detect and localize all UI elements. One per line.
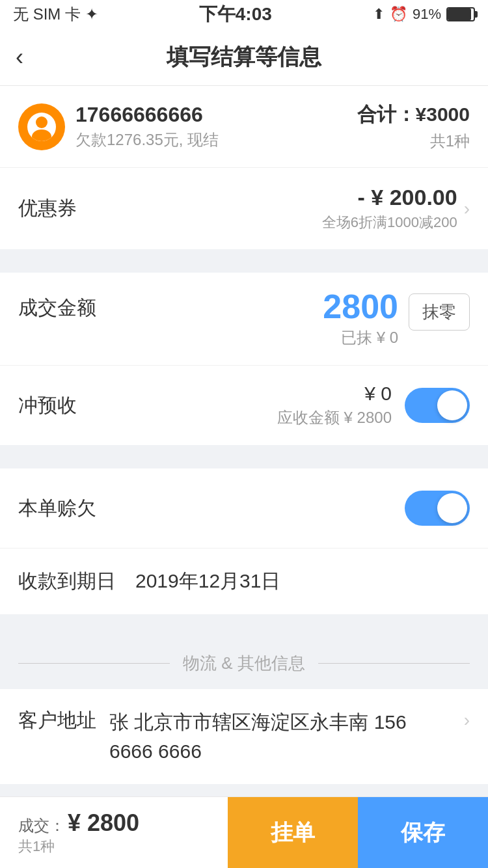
- status-bar: 无 SIM 卡 ✦ 下午4:03 ⬆ ⏰ 91%: [0, 0, 488, 29]
- customer-phone: 17666666666: [75, 103, 219, 127]
- address-row[interactable]: 客户地址 张 北京市市辖区海淀区永丰南 156 6666 6666 ›: [0, 689, 488, 784]
- location-icon: ⬆: [373, 6, 385, 23]
- coupon-label: 优惠券: [18, 195, 77, 222]
- customer-right: 合计：¥3000 共1种: [357, 102, 470, 152]
- status-left: 无 SIM 卡 ✦: [13, 4, 98, 25]
- status-right: ⬆ ⏰ 91%: [373, 6, 475, 23]
- alarm-icon: ⏰: [390, 6, 407, 23]
- sim-status: 无 SIM 卡 ✦: [13, 4, 98, 25]
- main-content: 17666666666 欠款1276.35元, 现结 合计：¥3000 共1种 …: [0, 86, 488, 868]
- divider-1: [0, 260, 488, 273]
- back-button[interactable]: ‹: [16, 44, 23, 71]
- logistics-header-text: 物流 & 其他信息: [183, 652, 305, 675]
- prepay-row: 冲预收 ¥ 0 应收金额 ¥ 2800: [0, 366, 488, 445]
- amount-row: 成交金额 2800 已抹 ¥ 0 抹零: [0, 273, 488, 366]
- logistics-header: 物流 & 其他信息: [0, 638, 488, 689]
- address-label: 客户地址: [18, 707, 96, 734]
- nav-bar: ‹ 填写结算等信息: [0, 29, 488, 86]
- amount-right: 2800 已抹 ¥ 0 抹零: [323, 290, 470, 348]
- customer-info: 17666666666 欠款1276.35元, 现结: [75, 103, 219, 150]
- coupon-chevron-icon: ›: [464, 198, 470, 219]
- header-line-right: [318, 663, 470, 664]
- coupon-desc: 全场6折满1000减200: [322, 213, 457, 232]
- duedate-value: 2019年12月31日: [135, 568, 280, 595]
- writeoff-section: 本单赊欠 收款到期日 2019年12月31日: [0, 468, 488, 614]
- round-button[interactable]: 抹零: [409, 293, 470, 331]
- amount-label: 成交金额: [18, 290, 96, 321]
- prepay-sub-value: 应收金额 ¥ 2800: [277, 407, 392, 428]
- amount-main-value: 2800: [323, 290, 398, 323]
- writeoff-row: 本单赊欠: [0, 468, 488, 549]
- battery-fill: [448, 8, 471, 20]
- bottom-amount: ¥ 2800: [68, 809, 139, 837]
- header-line-left: [18, 663, 170, 664]
- total-amount: 合计：¥3000: [357, 102, 470, 128]
- total-count: 共1种: [357, 131, 470, 152]
- customer-sub: 欠款1276.35元, 现结: [75, 129, 219, 150]
- status-time: 下午4:03: [199, 2, 272, 27]
- prepay-amount-value: ¥ 0: [277, 383, 392, 405]
- address-value: 张 北京市市辖区海淀区永丰南 156 6666 6666: [109, 707, 451, 766]
- coupon-info: - ¥ 200.00 全场6折满1000减200: [322, 185, 457, 232]
- save-button[interactable]: 保存: [358, 797, 488, 869]
- amount-sub-value: 已抹 ¥ 0: [323, 327, 398, 348]
- divider-3: [0, 625, 488, 638]
- customer-row: 17666666666 欠款1276.35元, 现结 合计：¥3000 共1种: [0, 86, 488, 168]
- bottom-bar: 成交： ¥ 2800 共1种 挂单 保存: [0, 796, 488, 868]
- duedate-row: 收款到期日 2019年12月31日: [0, 549, 488, 614]
- writeoff-toggle[interactable]: [405, 491, 470, 526]
- writeoff-toggle-knob: [437, 493, 467, 523]
- prepay-toggle[interactable]: [405, 388, 470, 423]
- divider-2: [0, 455, 488, 468]
- avatar-icon: [27, 113, 56, 141]
- address-section: 客户地址 张 北京市市辖区海淀区永丰南 156 6666 6666 ›: [0, 689, 488, 784]
- duedate-label: 收款到期日: [18, 568, 116, 595]
- avatar: [18, 103, 65, 150]
- writeoff-label: 本单赊欠: [18, 495, 96, 522]
- customer-left: 17666666666 欠款1276.35元, 现结: [18, 103, 219, 150]
- bottom-summary: 成交： ¥ 2800 共1种: [0, 809, 228, 856]
- customer-section: 17666666666 欠款1276.35元, 现结 合计：¥3000 共1种 …: [0, 86, 488, 249]
- coupon-row[interactable]: 优惠券 - ¥ 200.00 全场6折满1000减200 ›: [0, 168, 488, 249]
- battery-icon: [446, 7, 475, 21]
- coupon-right: - ¥ 200.00 全场6折满1000减200 ›: [322, 185, 470, 232]
- bottom-summary-label: 成交：: [18, 815, 65, 836]
- hang-button[interactable]: 挂单: [228, 797, 358, 869]
- toggle-knob: [437, 390, 467, 420]
- battery-percent: 91%: [413, 6, 441, 23]
- address-chevron-icon: ›: [464, 707, 470, 731]
- amount-value-block: 2800 已抹 ¥ 0: [323, 290, 398, 348]
- prepay-info: ¥ 0 应收金额 ¥ 2800: [277, 383, 392, 428]
- bottom-count: 共1种: [18, 837, 210, 856]
- amount-section: 成交金额 2800 已抹 ¥ 0 抹零 冲预收 ¥ 0 应收金额 ¥ 2800: [0, 273, 488, 445]
- prepay-label: 冲预收: [18, 392, 77, 419]
- coupon-discount: - ¥ 200.00: [322, 185, 457, 210]
- prepay-right: ¥ 0 应收金额 ¥ 2800: [277, 383, 470, 428]
- nav-title: 填写结算等信息: [167, 42, 321, 72]
